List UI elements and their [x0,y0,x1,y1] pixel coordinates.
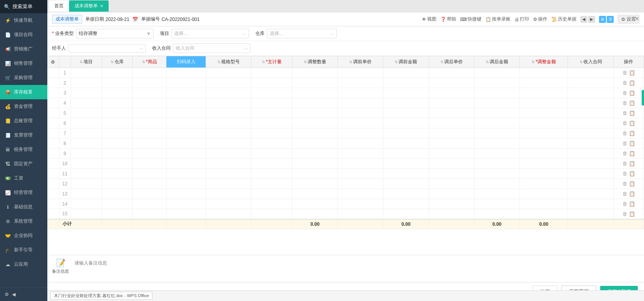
row-checkbox[interactable] [47,128,59,138]
cell-adjust-amount[interactable] [519,149,568,159]
sidebar-item-quick-nav[interactable]: ⚡快速导航 [0,13,47,28]
notes-input[interactable] [73,258,639,272]
copy-row-icon[interactable]: 📋 [629,150,635,156]
cell-spec[interactable] [206,98,251,108]
cell-unit[interactable] [251,78,293,88]
cell-before-price[interactable] [338,128,383,138]
cell-warehouse[interactable] [102,78,133,88]
cell-scan[interactable] [166,98,206,108]
right-edge-handle[interactable] [642,90,644,106]
cell-income-contract[interactable] [568,68,613,78]
agent-input[interactable]: ··· [68,44,146,53]
cell-before-price[interactable] [338,78,383,88]
cell-product[interactable] [133,78,166,88]
cell-after-price[interactable] [429,189,474,199]
cell-unit[interactable] [251,68,293,78]
row-checkbox[interactable] [47,199,59,209]
cell-after-amount[interactable] [474,118,519,128]
cell-spec[interactable] [206,88,251,98]
copy-row-icon[interactable]: 📋 [629,140,635,146]
cell-adjust-amount[interactable] [519,138,568,149]
cell-adjust-qty[interactable] [292,98,338,108]
cell-scan[interactable] [166,189,206,199]
cell-spec[interactable] [206,108,251,118]
cell-warehouse[interactable] [102,138,133,149]
cell-project[interactable] [71,98,102,108]
cell-unit[interactable] [251,98,293,108]
cell-before-amount[interactable] [383,179,429,189]
cell-scan[interactable] [166,199,206,209]
warehouse-input[interactable]: 选择... ··· [267,29,337,38]
col-before-amount[interactable]: ⇅调前金额 [383,56,429,68]
cell-before-price[interactable] [338,199,383,209]
cell-spec[interactable] [206,159,251,169]
taskbar-item[interactable]: 木门行业好业财处理方案-暮红红.doc - WPS Office [50,292,152,300]
copy-row-icon[interactable]: 📋 [629,181,635,187]
row-checkbox[interactable] [47,98,59,108]
delete-row-icon[interactable]: 🗑 [622,90,627,96]
sidebar-item-tax-mgmt[interactable]: 🏛税务管理 [0,142,47,157]
col-adjust-amount[interactable]: ⇅*调整金额 [519,56,568,68]
cell-adjust-qty[interactable] [292,138,338,149]
cell-spec[interactable] [206,118,251,128]
cell-scan[interactable] [166,68,206,78]
cell-warehouse[interactable] [102,179,133,189]
cell-before-price[interactable] [338,88,383,98]
cell-after-price[interactable] [429,159,474,169]
col-project[interactable]: ⇅项目 [71,56,102,68]
cell-project[interactable] [71,88,102,98]
cell-project[interactable] [71,108,102,118]
cell-scan[interactable] [166,118,206,128]
cell-project[interactable] [71,78,102,88]
cell-unit[interactable] [251,189,293,199]
cell-adjust-qty[interactable] [292,118,338,128]
sidebar-item-basic-info[interactable]: ℹ基础信息 [0,200,47,214]
cell-after-price[interactable] [429,209,474,219]
cell-unit[interactable] [251,169,293,179]
sidebar-item-enterprise-collab[interactable]: 🤝企业协同 [0,228,47,243]
col-adjust-qty[interactable]: ⇅调整数量 [292,56,338,68]
delete-row-icon[interactable]: 🗑 [622,150,627,156]
sidebar-item-invoice-mgmt[interactable]: 🧾发票管理 [0,128,47,142]
cell-before-price[interactable] [338,159,383,169]
cell-after-price[interactable] [429,138,474,149]
sidebar-item-ledger-mgmt[interactable]: 📒总账管理 [0,114,47,128]
notes-icon-block[interactable]: 📝 备注信息 [52,258,69,274]
cell-adjust-qty[interactable] [292,159,338,169]
cell-project[interactable] [71,169,102,179]
row-checkbox[interactable] [47,108,59,118]
copy-row-icon[interactable]: 📋 [629,80,635,86]
cell-warehouse[interactable] [102,199,133,209]
cell-income-contract[interactable] [568,209,613,219]
cell-after-amount[interactable] [474,128,519,138]
cell-product[interactable] [133,88,166,98]
cell-income-contract[interactable] [568,169,613,179]
cell-spec[interactable] [206,179,251,189]
shortcuts-action[interactable]: ⌨ 快捷键 [460,16,481,22]
cell-product[interactable] [133,149,166,159]
cell-before-price[interactable] [338,179,383,189]
cell-product[interactable] [133,179,166,189]
cell-adjust-amount[interactable] [519,159,568,169]
cell-project[interactable] [71,118,102,128]
cell-before-amount[interactable] [383,118,429,128]
cell-spec[interactable] [206,199,251,209]
delete-row-icon[interactable]: 🗑 [622,191,627,197]
business-type-input[interactable]: 结存调整 ▼ [76,29,154,38]
delete-row-icon[interactable]: 🗑 [622,100,627,106]
cell-before-price[interactable] [338,68,383,78]
col-income-contract[interactable]: ⇅收入合同 [568,56,613,68]
cell-before-price[interactable] [338,108,383,118]
cell-adjust-qty[interactable] [292,128,338,138]
cell-product[interactable] [133,128,166,138]
row-checkbox[interactable] [47,88,59,98]
delete-row-icon[interactable]: 🗑 [622,171,627,176]
cell-income-contract[interactable] [568,138,613,149]
cell-unit[interactable] [251,118,293,128]
cell-after-price[interactable] [429,108,474,118]
income-contract-input[interactable]: 收入合同 ··· [173,43,251,53]
history-action[interactable]: 📜 历史单据 [551,16,576,22]
col-before-price[interactable]: ⇅调前单价 [338,56,383,68]
sidebar-item-purchase-mgmt[interactable]: 🛒采购管理 [0,71,47,85]
cell-after-price[interactable] [429,199,474,209]
